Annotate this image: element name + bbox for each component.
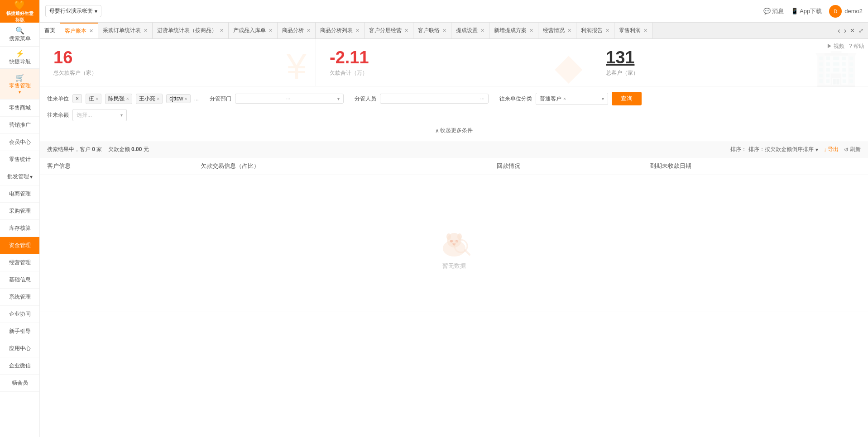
tab-customer-link[interactable]: 客户联络 ✕: [413, 23, 451, 39]
dept-extra-btn[interactable]: ···: [286, 96, 290, 101]
svg-point-9: [453, 244, 455, 246]
stat-block-total-customers: 🏢 ▶ 视频 ? 帮助 131 总客户（家）: [592, 39, 868, 86]
table-container: 客户信息 欠款交易信息（占比） 回款情况 到期未收款日期: [40, 157, 868, 317]
tab-close-cost-inbound[interactable]: ✕: [269, 28, 273, 33]
sidebar-item-marketing[interactable]: 营销推广: [0, 117, 39, 134]
username: demo2: [844, 8, 863, 14]
app-download-btn[interactable]: 📱 App下载: [791, 7, 822, 15]
tab-retail-profit[interactable]: 零售利润 ✕: [614, 23, 652, 39]
tab-inbound-stats[interactable]: 进货单统计表（按商品） ✕: [153, 23, 229, 39]
balance-placeholder: 选择...: [77, 111, 92, 119]
retail-arrow: ▾: [0, 90, 39, 95]
collapse-btn[interactable]: ∧ 收起更多条件: [432, 125, 476, 136]
account-selector[interactable]: 母婴行业演示帐套 ▾: [45, 5, 101, 17]
tab-customer-account[interactable]: 客户账本 ✕: [60, 23, 98, 39]
remove-wang[interactable]: ×: [157, 96, 159, 101]
sidebar-item-quick-nav[interactable]: ⚡ 快捷导航: [0, 47, 39, 69]
help-link[interactable]: ? 帮助: [849, 43, 864, 50]
tab-close-customer-tier[interactable]: ✕: [404, 28, 408, 33]
tab-operations[interactable]: 经营情况 ✕: [538, 23, 576, 39]
sidebar-item-basic-info[interactable]: 基础信息: [0, 271, 39, 289]
tab-close-inbound-stats[interactable]: ✕: [220, 28, 224, 33]
stat-total-value: 131: [606, 48, 634, 67]
tab-customer-tier[interactable]: 客户分层经营 ✕: [364, 23, 413, 39]
tab-close-all-btn[interactable]: ✕: [849, 26, 856, 35]
balance-label: 往来余额: [47, 111, 69, 119]
sidebar-item-wholesale[interactable]: 批发管理 ▾: [0, 168, 39, 185]
tab-profit-report[interactable]: 利润报告 ✕: [576, 23, 614, 39]
sidebar-item-retail[interactable]: 🛒 零售管理 ▾: [0, 69, 39, 100]
table-header-row: 客户信息 欠款交易信息（占比） 回款情况 到期未收款日期: [40, 157, 868, 175]
purchase-order-label: 采购订单统计表: [103, 27, 141, 34]
tab-maximize-btn[interactable]: ⤢: [858, 26, 864, 35]
unit-class-select[interactable]: 普通客户 × ▾: [536, 93, 608, 105]
remove-cjttcw[interactable]: ×: [184, 96, 187, 101]
sort-select[interactable]: 排序： 排序：按欠款金额倒序排序 ▾: [730, 146, 818, 153]
filter-tag-chen: 陈民强 ×: [105, 94, 132, 104]
cost-inbound-label: 产成品入库单: [233, 27, 266, 34]
tab-close-retail-profit[interactable]: ✕: [643, 28, 647, 33]
sidebar: 🧡 畅捷通好生意 标版 🔍 搜索菜单 ⚡ 快捷导航 🛒 零售管理 ▾ 零售商城 …: [0, 0, 40, 437]
stat-amount-label: 欠款合计（万）: [330, 69, 368, 77]
tab-new-promotion[interactable]: 新增提成方案 ✕: [489, 23, 538, 39]
stat-bg-diamond: ◆: [555, 46, 583, 88]
empty-state: 暂无数据: [47, 180, 861, 306]
tab-goods-analysis-list[interactable]: 商品分析列表 ✕: [316, 23, 364, 39]
filter-tag-wang: 王小亮 ×: [136, 94, 163, 104]
remove-wu[interactable]: ×: [96, 96, 98, 101]
search-btn[interactable]: 查询: [612, 92, 642, 105]
tab-close-new-promotion[interactable]: ✕: [529, 28, 533, 33]
video-link[interactable]: ▶ 视频: [827, 43, 844, 50]
sidebar-item-operations-mgmt[interactable]: 经营管理: [0, 254, 39, 271]
sidebar-item-search[interactable]: 🔍 搜索菜单: [0, 23, 39, 47]
person-extra-btn[interactable]: ···: [480, 96, 484, 101]
refresh-btn[interactable]: ↺ 刷新: [844, 146, 861, 153]
tab-next-btn[interactable]: ›: [843, 26, 847, 36]
result-bar-right: 排序： 排序：按欠款金额倒序排序 ▾ ↓ 导出 ↺ 刷新: [730, 146, 861, 153]
tab-close-customer-account[interactable]: ✕: [89, 28, 93, 34]
tab-close-goods-analysis[interactable]: ✕: [307, 28, 311, 33]
sidebar-item-inventory[interactable]: 库存核算: [0, 220, 39, 237]
user-menu[interactable]: D demo2: [829, 5, 863, 18]
sidebar-item-enterprise-coop[interactable]: 企业协同: [0, 306, 39, 323]
tab-prev-btn[interactable]: ‹: [837, 26, 841, 36]
sidebar-item-app-center[interactable]: 应用中心: [0, 340, 39, 357]
remove-unit-class[interactable]: ×: [563, 96, 566, 101]
sidebar-item-finance[interactable]: 资金管理: [0, 237, 39, 254]
sidebar-item-purchase[interactable]: 采购管理: [0, 203, 39, 220]
filter-more-btn[interactable]: ...: [194, 95, 199, 102]
remove-chen[interactable]: ×: [126, 96, 129, 101]
sidebar-item-vip[interactable]: 畅会员: [0, 375, 39, 392]
messages-btn[interactable]: 💬 消息: [763, 7, 784, 15]
tab-cost-inbound[interactable]: 产成品入库单 ✕: [229, 23, 278, 39]
tab-close-purchase-order[interactable]: ✕: [144, 28, 148, 33]
dept-label: 分管部门: [210, 95, 231, 103]
sidebar-item-retail-stats[interactable]: 零售统计: [0, 151, 39, 168]
tab-close-goods-analysis-list[interactable]: ✕: [355, 28, 360, 33]
person-select[interactable]: ···: [380, 94, 489, 104]
unit-class-arrow: ▾: [602, 96, 604, 101]
sidebar-item-system[interactable]: 系统管理: [0, 289, 39, 306]
wholesale-arrow: ▾: [30, 174, 33, 180]
tab-close-customer-link[interactable]: ✕: [442, 28, 446, 33]
sidebar-item-retail-mall[interactable]: 零售商城: [0, 100, 39, 117]
page-content: ¥ 16 总欠款客户（家） ◆ -2.11 欠款合计（万） 🏢 ▶ 视频 ?: [40, 39, 868, 437]
app-logo: 🧡 畅捷通好生意 标版: [0, 0, 39, 23]
tab-promotion-settings[interactable]: 提成设置 ✕: [451, 23, 489, 39]
tab-home[interactable]: 首页: [40, 23, 60, 39]
message-icon: 💬: [763, 8, 771, 14]
tab-purchase-order[interactable]: 采购订单统计表 ✕: [98, 23, 153, 39]
sidebar-item-newbie[interactable]: 新手引导: [0, 323, 39, 340]
sidebar-item-ecommerce[interactable]: 电商管理: [0, 185, 39, 203]
sidebar-item-enterprise-wechat[interactable]: 企业微信: [0, 357, 39, 375]
dept-select[interactable]: ··· ▾: [235, 94, 344, 104]
tab-goods-analysis[interactable]: 商品分析 ✕: [278, 23, 316, 39]
tab-close-profit-report[interactable]: ✕: [605, 28, 609, 33]
export-btn[interactable]: ↓ 导出: [824, 146, 839, 153]
collapse-icon: ∧: [435, 128, 439, 134]
filter-tag-cjttcw: cjttcw ×: [166, 94, 190, 103]
sidebar-item-member[interactable]: 会员中心: [0, 134, 39, 151]
balance-select[interactable]: 选择... ▾: [72, 109, 127, 121]
tab-close-promotion-settings[interactable]: ✕: [480, 28, 484, 33]
tab-close-operations[interactable]: ✕: [567, 28, 571, 33]
